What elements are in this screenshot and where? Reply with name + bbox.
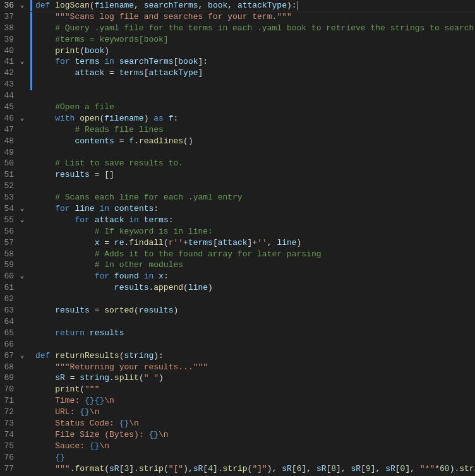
code-line[interactable] (35, 294, 475, 305)
token-op: [ (213, 237, 218, 249)
code-line[interactable]: Sauce: {}\n (35, 441, 475, 452)
line-number: 42 (0, 68, 18, 79)
token-str: Time: (55, 395, 85, 407)
line-number: 51 (0, 169, 18, 181)
code-line[interactable]: results.append(line) (35, 282, 475, 294)
token-str: \n (99, 441, 109, 452)
token-com: # Scans each line for each .yaml entry (55, 192, 242, 203)
token-str: """Scans log file and searches for your … (55, 11, 291, 23)
code-line[interactable]: def returnResults(string): (35, 350, 475, 362)
code-editor[interactable]: 36⌄3738394041⌄4243444546⌄474849505152535… (0, 0, 475, 476)
code-line[interactable]: Status Code: {}\n (35, 418, 475, 429)
code-line[interactable]: for line in contents: (35, 203, 475, 215)
token-kw: in (139, 271, 159, 282)
token-op: = (104, 68, 119, 79)
token-kw: with (55, 113, 80, 124)
code-line[interactable]: with open(filename) as f: (35, 113, 475, 124)
token-kw: for (75, 215, 94, 226)
token-var: results (55, 169, 90, 181)
line-number: 63 (0, 305, 18, 316)
fold-chevron-icon[interactable]: ⌄ (20, 350, 25, 362)
token-op: : (164, 271, 169, 282)
token-num: 60 (440, 463, 450, 475)
code-line[interactable]: # Adds it to the found array for later p… (35, 249, 475, 260)
code-line[interactable]: # Query .yaml file for the terms in each… (35, 23, 475, 34)
code-line[interactable]: # Reads file lines (35, 124, 475, 136)
fold-chevron-icon[interactable]: ⌄ (20, 0, 25, 11)
code-line[interactable] (35, 147, 475, 158)
code-line[interactable]: results = sorted(results) (35, 305, 475, 316)
code-line[interactable]: # in other modules (35, 259, 475, 271)
token-fn: sorted (104, 305, 134, 316)
line-number: 47 (0, 124, 18, 136)
code-line[interactable]: # If keyword is in line: (35, 226, 475, 237)
code-line[interactable] (35, 90, 475, 102)
code-line[interactable] (35, 79, 475, 90)
code-line[interactable]: """.format(sR[3].strip("["),sR[4].strip(… (35, 463, 475, 475)
line-number: 48 (0, 136, 18, 147)
line-number: 43 (0, 79, 18, 90)
token-var: sR (193, 463, 203, 475)
code-line[interactable]: print(book) (35, 45, 475, 57)
code-line[interactable]: def logScan(filename, searchTerms, book,… (35, 0, 475, 11)
line-number: 75 (0, 441, 18, 452)
code-line[interactable]: for terms in searchTerms[book]: (35, 56, 475, 68)
token-str: \n (129, 418, 139, 429)
fold-chevron-icon[interactable]: ⌄ (20, 215, 25, 226)
token-num: 4 (208, 463, 213, 475)
code-line[interactable]: contents = f.readlines() (35, 136, 475, 147)
token-var: line (277, 237, 296, 249)
code-line[interactable]: """Returning your results...""" (35, 362, 475, 373)
code-line[interactable]: Time: {}{}\n (35, 395, 475, 407)
fold-chevron-icon[interactable]: ⌄ (20, 203, 25, 215)
code-line[interactable]: #Open a file (35, 102, 475, 113)
code-line[interactable]: # List to save results to. (35, 158, 475, 169)
code-line[interactable]: # Scans each line for each .yaml entry (35, 192, 475, 203)
token-var: attack (75, 68, 104, 79)
token-fn: returnResults (55, 350, 119, 362)
code-line[interactable]: print(""" (35, 384, 475, 395)
code-line[interactable]: {} (35, 452, 475, 463)
token-com: # List to save results to. (55, 158, 183, 169)
token-op: , (267, 237, 277, 249)
code-line[interactable]: x = re.findall(r''+terms[attack]+'', lin… (35, 237, 475, 249)
code-line[interactable]: File Size (Bytes): {}\n (35, 429, 475, 441)
code-line[interactable]: attack = terms[attackType] (35, 68, 475, 79)
token-op: [ (119, 463, 124, 475)
code-line[interactable]: for attack in terms: (35, 215, 475, 226)
token-var: results (55, 305, 90, 316)
line-number: 74 (0, 429, 18, 441)
code-line[interactable] (35, 181, 475, 192)
code-line[interactable]: #terms = keywords[book] (35, 34, 475, 45)
token-op: ( (248, 463, 253, 475)
code-line[interactable] (35, 339, 475, 350)
code-area[interactable]: def logScan(filename, searchTerms, book,… (30, 0, 475, 476)
code-line[interactable]: for found in x: (35, 271, 475, 282)
code-line[interactable]: return results (35, 328, 475, 339)
token-com: # Adds it to the found array for later p… (95, 249, 322, 260)
code-line[interactable]: URL: {}\n (35, 407, 475, 418)
token-kw: as (153, 113, 168, 124)
line-number: 68 (0, 362, 18, 373)
token-kw: in (99, 56, 119, 68)
token-var: found (114, 271, 139, 282)
token-fn: strip (139, 463, 164, 475)
fold-chevron-icon[interactable]: ⌄ (20, 271, 25, 282)
token-op: [ (361, 463, 366, 475)
code-line[interactable] (35, 316, 475, 328)
fold-chevron-icon[interactable]: ⌄ (20, 113, 25, 124)
fold-chevron-icon[interactable]: ⌄ (20, 56, 25, 68)
token-str: """ (55, 463, 69, 475)
code-line[interactable]: sR = string.split(" ") (35, 372, 475, 384)
line-number: 39 (0, 34, 18, 45)
code-line[interactable]: """Scans log file and searches for your … (35, 11, 475, 23)
token-var: attack (218, 237, 248, 249)
token-var: terms (119, 68, 144, 79)
token-kw: {}{} (85, 395, 104, 407)
token-op: = (99, 237, 114, 249)
token-str: """ (85, 384, 99, 395)
code-line[interactable]: results = [] (35, 169, 475, 181)
token-op: : (153, 203, 159, 215)
token-str: "[" (169, 463, 183, 475)
line-number: 56 (0, 226, 18, 237)
